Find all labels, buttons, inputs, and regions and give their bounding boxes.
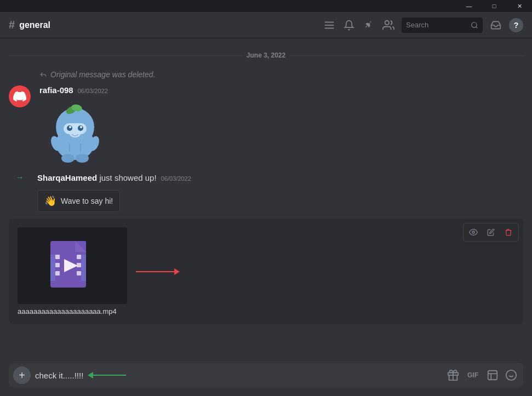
message-content-rafia: rafia-098 06/03/2022 bbox=[39, 85, 523, 168]
message-group-rafia: rafia-098 06/03/2022 bbox=[0, 83, 532, 170]
file-card: aaaaaaaaaaaaaaaaaaaaa.mp4 bbox=[18, 227, 127, 315]
input-actions: GIF bbox=[445, 368, 519, 383]
threads-icon[interactable] bbox=[323, 19, 336, 32]
wave-button[interactable]: 👋 Wave to say hi! bbox=[37, 190, 120, 212]
channel-title: general bbox=[19, 20, 50, 30]
minimize-button[interactable]: — bbox=[456, 0, 482, 12]
svg-point-3 bbox=[385, 20, 389, 24]
gift-icon bbox=[447, 369, 459, 381]
emoji-button[interactable] bbox=[504, 368, 519, 383]
svg-point-4 bbox=[472, 22, 477, 27]
svg-rect-28 bbox=[55, 263, 60, 267]
system-message-text: SharqaHameed just showed up! 06/03/2022 bbox=[37, 173, 191, 182]
svg-point-19 bbox=[76, 154, 89, 163]
file-name: aaaaaaaaaaaaaaaaaaaaa.mp4 bbox=[18, 307, 127, 315]
svg-point-13 bbox=[69, 126, 71, 128]
svg-rect-29 bbox=[55, 271, 60, 276]
username-rafia: rafia-098 bbox=[39, 85, 73, 95]
svg-rect-32 bbox=[77, 271, 81, 276]
red-arrow-line bbox=[136, 271, 174, 272]
deleted-notice: Original message was deleted. bbox=[0, 68, 532, 83]
green-arrow-line bbox=[93, 375, 126, 376]
message-header-rafia: rafia-098 06/03/2022 bbox=[39, 85, 523, 95]
attachment-area: aaaaaaaaaaaaaaaaaaaaa.mp4 bbox=[9, 219, 523, 324]
svg-point-39 bbox=[506, 370, 516, 380]
system-username: SharqaHameed bbox=[37, 173, 97, 182]
system-timestamp: 06/03/2022 bbox=[161, 175, 191, 182]
members-icon[interactable] bbox=[382, 19, 395, 32]
sticker-icon bbox=[487, 369, 499, 381]
svg-rect-31 bbox=[77, 263, 81, 267]
sticker-container bbox=[39, 97, 523, 168]
reply-icon bbox=[39, 71, 47, 78]
messages-list: June 3, 2022 Original message was delete… bbox=[0, 38, 532, 363]
red-arrow-head bbox=[174, 268, 180, 275]
svg-point-18 bbox=[61, 154, 75, 163]
system-message-sharqa: → SharqaHameed just showed up! 06/03/202… bbox=[0, 170, 532, 185]
date-divider-text: June 3, 2022 bbox=[247, 51, 285, 59]
wave-button-area: 👋 Wave to say hi! bbox=[0, 185, 532, 214]
wave-emoji: 👋 bbox=[44, 195, 56, 207]
date-divider-line-right bbox=[290, 55, 523, 56]
message-input-display[interactable]: check it.....!!!! bbox=[35, 371, 441, 380]
svg-point-15 bbox=[70, 130, 81, 137]
emoji-icon bbox=[505, 369, 517, 381]
date-divider: June 3, 2022 bbox=[9, 51, 523, 59]
bell-icon[interactable] bbox=[342, 19, 356, 32]
system-arrow-icon: → bbox=[9, 173, 31, 182]
svg-rect-27 bbox=[55, 255, 60, 259]
green-arrow-head bbox=[88, 372, 93, 378]
close-button[interactable]: ✕ bbox=[507, 0, 532, 12]
inbox-icon[interactable] bbox=[489, 19, 502, 32]
help-icon[interactable]: ? bbox=[509, 18, 523, 32]
input-text: check it.....!!!! bbox=[35, 371, 83, 380]
maximize-button[interactable]: □ bbox=[482, 0, 507, 12]
pin-icon[interactable] bbox=[362, 19, 375, 32]
message-input-area: + check it.....!!!! bbox=[0, 363, 532, 396]
search-icon bbox=[471, 21, 478, 29]
header: # general Search bbox=[0, 12, 532, 38]
video-file-icon bbox=[48, 238, 97, 293]
date-divider-line-left bbox=[9, 55, 242, 56]
hash-icon: # bbox=[9, 19, 15, 31]
sticker-image bbox=[39, 97, 111, 168]
discord-logo-icon bbox=[13, 90, 26, 103]
main-content: June 3, 2022 Original message was delete… bbox=[0, 38, 532, 396]
gif-button[interactable]: GIF bbox=[464, 368, 482, 383]
sticker-svg bbox=[39, 97, 111, 168]
deleted-notice-text: Original message was deleted. bbox=[50, 70, 155, 79]
svg-rect-30 bbox=[77, 255, 81, 259]
wave-label: Wave to say hi! bbox=[61, 197, 113, 205]
svg-point-14 bbox=[80, 126, 82, 128]
sticker-button[interactable] bbox=[485, 368, 500, 383]
svg-line-5 bbox=[476, 26, 478, 28]
red-arrow bbox=[136, 268, 180, 275]
search-placeholder: Search bbox=[406, 21, 467, 29]
titlebar: — □ ✕ bbox=[0, 0, 532, 12]
timestamp-rafia: 06/03/2022 bbox=[78, 88, 108, 94]
svg-rect-34 bbox=[50, 255, 55, 281]
svg-rect-35 bbox=[81, 255, 86, 281]
add-attachment-button[interactable]: + bbox=[13, 366, 31, 384]
gift-button[interactable] bbox=[445, 368, 461, 383]
system-action: just showed up! bbox=[99, 173, 156, 182]
avatar-rafia bbox=[9, 85, 31, 107]
svg-rect-38 bbox=[488, 371, 497, 380]
search-bar[interactable]: Search bbox=[402, 18, 483, 33]
file-card-container: aaaaaaaaaaaaaaaaaaaaa.mp4 bbox=[18, 227, 514, 315]
file-preview bbox=[18, 227, 127, 304]
green-arrow bbox=[88, 372, 126, 378]
message-input-bar: + check it.....!!!! bbox=[9, 363, 523, 387]
channel-name: # general bbox=[9, 19, 50, 31]
